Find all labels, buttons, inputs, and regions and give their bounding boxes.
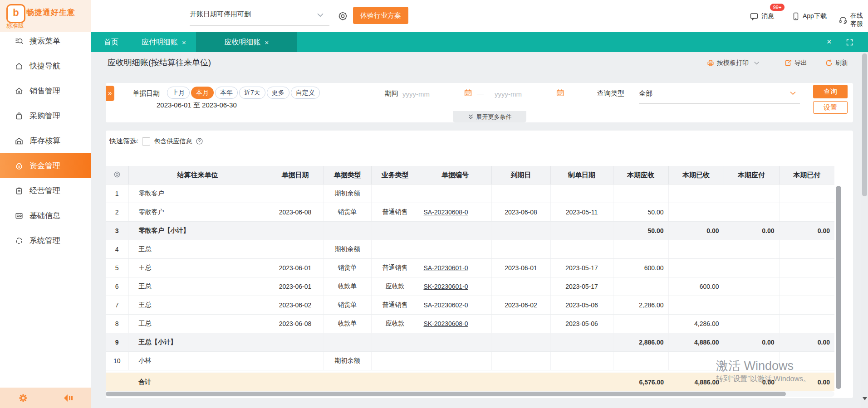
table-row[interactable]: 10小林期初余额 <box>106 352 834 370</box>
print-by-template-button[interactable]: 按模板打印 <box>706 59 760 67</box>
sidebar-item-base-info[interactable]: 基础信息 <box>0 203 91 228</box>
help-question-icon[interactable] <box>196 137 203 145</box>
collapse-filter-handle[interactable]: » <box>106 86 114 101</box>
app-download-item[interactable]: App下载 <box>792 12 827 21</box>
pill-this-month[interactable]: 本月 <box>191 87 214 99</box>
export-button[interactable]: 导出 <box>784 59 807 67</box>
header-doc-date[interactable]: 单据日期 <box>267 166 324 185</box>
header-receivable[interactable]: 本期应收 <box>613 166 668 185</box>
settings-gear-icon[interactable] <box>338 11 348 21</box>
header-due-date[interactable]: 到期日 <box>491 166 550 185</box>
search-button[interactable]: 查询 <box>813 85 848 98</box>
doc-number-link[interactable]: SK-20230608-0 <box>424 320 468 327</box>
table-subtotal-row[interactable]: 3零散客户【小计】50.000.000.000.00 <box>106 222 834 240</box>
base-info-icon <box>15 211 24 220</box>
cell-num: 5 <box>106 259 128 277</box>
table-row[interactable]: 8王总2023-06-08收款单应收款SK-20230608-02023-05-… <box>106 315 834 333</box>
messages-item[interactable]: 消息 <box>750 12 774 21</box>
sidebar-item-sales[interactable]: 销售管理 <box>0 78 91 103</box>
account-book-select[interactable]: 开账日期可停用可删 <box>190 10 251 19</box>
cell-receivable <box>613 185 668 203</box>
doc-number-link[interactable]: SA-20230601-0 <box>424 264 468 272</box>
header-doc-type[interactable]: 单据类型 <box>324 166 371 185</box>
settings-button[interactable]: 设置 <box>813 101 848 114</box>
calendar-icon[interactable] <box>464 88 472 97</box>
chevron-down-icon[interactable] <box>317 13 324 17</box>
cell-receivable: 2,886.00 <box>613 333 668 352</box>
support-item[interactable]: 在线客服 <box>839 12 868 28</box>
pill-this-year[interactable]: 本年 <box>215 87 238 99</box>
sidebar-item-system[interactable]: 系统管理 <box>0 228 91 253</box>
total-cell: 0.00 <box>724 373 779 392</box>
app-window: b 畅捷通好生意 标准版 搜索菜单 快捷导航 销售管理 采购管理 <box>0 0 868 408</box>
sidebar-item-quick-nav[interactable]: 快捷导航 <box>0 53 91 78</box>
page-scrollbar-thumb[interactable] <box>862 53 867 196</box>
cell-due-date: 2023-06-01 <box>491 259 550 277</box>
horizontal-scrollbar-thumb[interactable] <box>106 392 786 396</box>
cell-partner: 王总 <box>128 296 267 315</box>
table-header-row: 结算往来单位 单据日期 单据类型 业务类型 单据编号 到期日 制单日期 本期应收… <box>106 166 834 185</box>
cell-num: 10 <box>106 352 128 370</box>
query-type-select[interactable]: 全部 <box>639 89 652 98</box>
sidebar-item-search-menu[interactable]: 搜索菜单 <box>0 29 91 53</box>
cell-doc-date <box>267 185 324 203</box>
scroll-down-arrow-icon[interactable] <box>863 397 867 400</box>
footer-settings-gear-icon[interactable] <box>18 393 28 403</box>
close-all-tabs-icon[interactable]: × <box>827 37 832 47</box>
cell-payable <box>724 203 779 222</box>
tab-payable-ledger[interactable]: 应付明细账 × <box>132 32 196 52</box>
column-settings-header[interactable] <box>106 166 128 185</box>
cell-receivable <box>613 315 668 333</box>
collapse-sidebar-icon[interactable] <box>63 393 74 403</box>
calendar-icon[interactable] <box>556 88 564 97</box>
cell-partner: 零散客户 <box>128 185 267 203</box>
table-row[interactable]: 5王总2023-06-01销货单普通销售SA-20230601-02023-06… <box>106 259 834 277</box>
sidebar-item-funds[interactable]: 资金管理 <box>0 153 91 178</box>
pill-more[interactable]: 更多 <box>267 87 289 99</box>
table-vertical-scrollbar-thumb[interactable] <box>836 186 841 389</box>
doc-number-link[interactable]: SA-20230602-0 <box>424 301 468 309</box>
doc-number-link[interactable]: SK-20230601-0 <box>424 283 468 290</box>
table-row[interactable]: 6王总2023-06-01收款单应收款SK-20230601-02023-05-… <box>106 277 834 296</box>
table-row[interactable]: 1零散客户期初余额 <box>106 185 834 203</box>
header-payable[interactable]: 本期应付 <box>724 166 779 185</box>
refresh-button[interactable]: 刷新 <box>825 59 848 67</box>
table-row[interactable]: 2零散客户2023-06-08销货单普通销售SA-20230608-02023-… <box>106 203 834 222</box>
tab-receivable-ledger[interactable]: 应收明细账 × <box>196 32 297 52</box>
sidebar-item-inventory[interactable]: 库存核算 <box>0 128 91 153</box>
chevron-down-icon[interactable] <box>790 91 796 95</box>
sidebar-item-purchase[interactable]: 采购管理 <box>0 103 91 128</box>
tab-home[interactable]: 首页 <box>91 32 132 52</box>
doc-number-link[interactable]: SA-20230608-0 <box>424 209 468 216</box>
table-row[interactable]: 7王总2023-06-02销货单普通销售SA-20230602-02023-06… <box>106 296 834 315</box>
industry-solution-button[interactable]: 体验行业方案 <box>353 7 408 24</box>
cell-partner: 王总 <box>128 240 267 259</box>
header-received[interactable]: 本期已收 <box>668 166 724 185</box>
cell-doc-type: 期初余额 <box>324 240 371 259</box>
cell-doc-date: 2023-06-08 <box>267 315 324 333</box>
header-paid[interactable]: 本期已付 <box>779 166 834 185</box>
close-tab-icon[interactable]: × <box>182 39 186 46</box>
chevron-down-icon[interactable] <box>754 61 760 65</box>
cell-payable <box>724 240 779 259</box>
table-subtotal-row[interactable]: 9王总【小计】2,886.004,886.000.000.00 <box>106 333 834 352</box>
column-gear-icon[interactable] <box>113 171 121 178</box>
expand-more-conditions[interactable]: 展开更多条件 <box>453 111 526 122</box>
pill-last-7-days[interactable]: 近7天 <box>239 87 265 99</box>
close-tab-icon[interactable]: × <box>265 39 269 46</box>
table-row[interactable]: 4王总期初余额 <box>106 240 834 259</box>
cell-doc-no <box>419 333 491 352</box>
header-biz-type[interactable]: 业务类型 <box>371 166 419 185</box>
cell-biz-type: 普通销售 <box>371 296 419 315</box>
sidebar-item-operations[interactable]: 经营管理 <box>0 178 91 203</box>
pill-custom[interactable]: 自定义 <box>291 87 320 99</box>
pill-last-month[interactable]: 上月 <box>167 87 190 99</box>
cell-due-date <box>491 315 550 333</box>
header-partner[interactable]: 结算往来单位 <box>128 166 267 185</box>
header-doc-no[interactable]: 单据编号 <box>419 166 491 185</box>
include-supplier-checkbox[interactable] <box>142 137 150 146</box>
fullscreen-icon[interactable] <box>846 39 853 46</box>
header-create-date[interactable]: 制单日期 <box>550 166 613 185</box>
cell-received: 600.00 <box>668 277 724 296</box>
cell-create-date <box>550 333 613 352</box>
